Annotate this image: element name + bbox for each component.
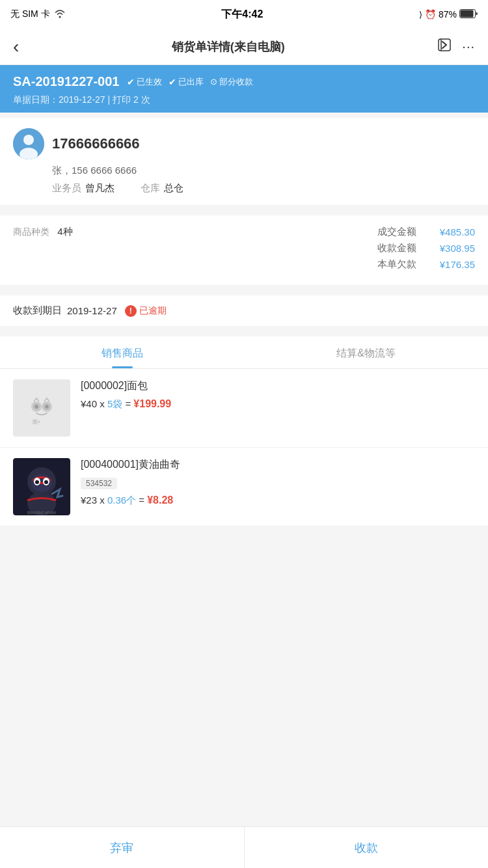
summary-right: 成交金额 ¥485.30 收款金额 ¥308.95 本单欠款 ¥176.35 bbox=[377, 226, 475, 275]
product-title-1: 面包 bbox=[127, 380, 148, 391]
tab-settlement-label: 结算&物流等 bbox=[336, 347, 396, 359]
more-button[interactable]: ··· bbox=[462, 39, 475, 54]
check-icon-shipped: ✔ bbox=[169, 77, 176, 87]
divider-1 bbox=[0, 113, 488, 118]
divider-3 bbox=[0, 290, 488, 295]
confirm-button[interactable]: 收款 bbox=[245, 827, 489, 868]
product-image-2: diaodad whale bbox=[13, 458, 70, 515]
overdue-badge: ! 已逾期 bbox=[125, 305, 167, 317]
banner-top: SA-20191227-001 ✔ 已生效 ✔ 已出库 ⊙ 部分收款 bbox=[13, 74, 475, 89]
status-time: 下午4:42 bbox=[221, 8, 263, 21]
product-info-2: [000400001]黄油曲奇 534532 ¥23 x 0.36个 = ¥8.… bbox=[81, 458, 475, 507]
qty-2: 0.36个 bbox=[107, 495, 136, 506]
status-left: 无 SIM 卡 bbox=[10, 8, 66, 20]
battery-icon bbox=[459, 9, 478, 20]
equals-2: = bbox=[136, 495, 147, 506]
customer-info: 张，156 6666 6666 bbox=[13, 165, 475, 177]
due-label: 收款到期日 bbox=[13, 305, 62, 317]
wifi-icon bbox=[54, 9, 66, 20]
product-image-1: 图+ bbox=[13, 379, 70, 437]
sales-meta: 业务员 曾凡杰 bbox=[52, 182, 115, 195]
status-right: ⟩ ⏰ 87% bbox=[419, 9, 478, 20]
product-code-2: [000400001] bbox=[81, 459, 139, 470]
warehouse-meta: 仓库 总仓 bbox=[141, 182, 183, 195]
share-button[interactable] bbox=[437, 38, 452, 55]
overdue-icon: ! bbox=[125, 305, 137, 317]
badge-partial: ⊙ 部分收款 bbox=[210, 76, 253, 88]
product-sku-2: 534532 bbox=[81, 478, 117, 489]
product-item-2: diaodad whale [000400001]黄油曲奇 534532 ¥23… bbox=[0, 448, 488, 526]
category-count: 4种 bbox=[57, 226, 72, 237]
customer-top: 17666666666 bbox=[13, 128, 475, 159]
due-section: 收款到期日 2019-12-27 ! 已逾期 bbox=[0, 295, 488, 326]
status-bar: 无 SIM 卡 下午4:42 ⟩ ⏰ 87% bbox=[0, 0, 488, 29]
due-date: 2019-12-27 bbox=[67, 305, 117, 316]
order-id: SA-20191227-001 bbox=[13, 74, 119, 89]
svg-point-11 bbox=[35, 405, 38, 409]
price-unit-2: ¥23 x bbox=[81, 495, 107, 506]
amount-row-1: 成交金额 ¥485.30 bbox=[377, 226, 475, 238]
nav-bar: ‹ 销货单详情(来自电脑) ··· bbox=[0, 29, 488, 65]
badge-shipped-label: 已出库 bbox=[178, 76, 204, 88]
product-name-2: [000400001]黄油曲奇 bbox=[81, 458, 475, 472]
warehouse-label: 仓库 bbox=[141, 182, 160, 195]
overdue-label: 已逾期 bbox=[139, 305, 167, 317]
page-title: 销货单详情(来自电脑) bbox=[172, 39, 285, 55]
price-unit-1: ¥40 x bbox=[81, 398, 107, 409]
reject-button[interactable]: 弃审 bbox=[0, 827, 245, 868]
tab-products[interactable]: 销售商品 bbox=[0, 336, 244, 368]
amount-label-3: 本单欠款 bbox=[377, 258, 416, 271]
product-code-1: [0000002] bbox=[81, 380, 127, 391]
amount-value-2: ¥308.95 bbox=[423, 243, 475, 254]
date-label: 单据日期：2019-12-27 | 打印 2 次 bbox=[13, 94, 150, 105]
summary-left: 商品种类 4种 bbox=[13, 226, 73, 238]
product-item-1: 图+ [0000002]面包 ¥40 x 5袋 = ¥199.99 bbox=[0, 369, 488, 448]
customer-meta: 业务员 曾凡杰 仓库 总仓 bbox=[13, 182, 475, 195]
qty-1: 5袋 bbox=[107, 398, 122, 409]
sim-label: 无 SIM 卡 bbox=[10, 8, 50, 20]
confirm-label: 收款 bbox=[355, 840, 378, 856]
tab-products-label: 销售商品 bbox=[102, 347, 143, 359]
summary-section: 商品种类 4种 成交金额 ¥485.30 收款金额 ¥308.95 本单欠款 ¥… bbox=[0, 215, 488, 285]
product-name-1: [0000002]面包 bbox=[81, 379, 475, 393]
bottom-bar: 弃审 收款 bbox=[0, 826, 488, 868]
tabs-header: 销售商品 结算&物流等 bbox=[0, 336, 488, 369]
nav-left: ‹ bbox=[13, 36, 19, 57]
amount-value-1: ¥485.30 bbox=[423, 226, 475, 237]
category-label: 商品种类 bbox=[13, 226, 49, 237]
divider-4 bbox=[0, 331, 488, 336]
badge-activated-label: 已生效 bbox=[137, 76, 162, 88]
clock-icon: ⊙ bbox=[210, 77, 217, 87]
bottom-spacer bbox=[0, 526, 488, 578]
location-icon: ⟩ bbox=[419, 10, 422, 20]
svg-text:图+: 图+ bbox=[33, 419, 41, 425]
sales-label: 业务员 bbox=[52, 182, 81, 195]
svg-point-20 bbox=[44, 480, 48, 484]
summary-row: 商品种类 4种 成交金额 ¥485.30 收款金额 ¥308.95 本单欠款 ¥… bbox=[13, 226, 475, 275]
amount-row-2: 收款金额 ¥308.95 bbox=[377, 242, 475, 254]
avatar bbox=[13, 128, 44, 159]
badge-activated: ✔ 已生效 bbox=[127, 76, 162, 88]
product-info-1: [0000002]面包 ¥40 x 5袋 = ¥199.99 bbox=[81, 379, 475, 411]
banner-sub: 单据日期：2019-12-27 | 打印 2 次 bbox=[13, 94, 475, 106]
sales-value: 曾凡杰 bbox=[85, 182, 115, 195]
customer-id: 17666666666 bbox=[52, 135, 140, 152]
header-banner: SA-20191227-001 ✔ 已生效 ✔ 已出库 ⊙ 部分收款 单据日期：… bbox=[0, 65, 488, 113]
product-price-1: ¥40 x 5袋 = ¥199.99 bbox=[81, 398, 475, 411]
alarm-icon: ⏰ bbox=[425, 9, 436, 20]
amount-row-3: 本单欠款 ¥176.35 bbox=[377, 258, 475, 271]
svg-text:diaodad whale: diaodad whale bbox=[27, 510, 56, 515]
tab-settlement[interactable]: 结算&物流等 bbox=[244, 336, 488, 368]
badge-shipped: ✔ 已出库 bbox=[169, 76, 204, 88]
check-icon-activated: ✔ bbox=[127, 77, 135, 87]
nav-right: ··· bbox=[437, 38, 475, 55]
equals-1: = bbox=[122, 398, 133, 409]
product-price-2: ¥23 x 0.36个 = ¥8.28 bbox=[81, 495, 475, 507]
svg-point-19 bbox=[35, 480, 39, 484]
svg-point-12 bbox=[46, 405, 49, 409]
svg-rect-6 bbox=[22, 388, 61, 427]
svg-rect-2 bbox=[439, 39, 450, 51]
battery-text: 87% bbox=[439, 9, 457, 20]
back-button[interactable]: ‹ bbox=[13, 36, 19, 57]
amount-value-3: ¥176.35 bbox=[423, 259, 475, 270]
